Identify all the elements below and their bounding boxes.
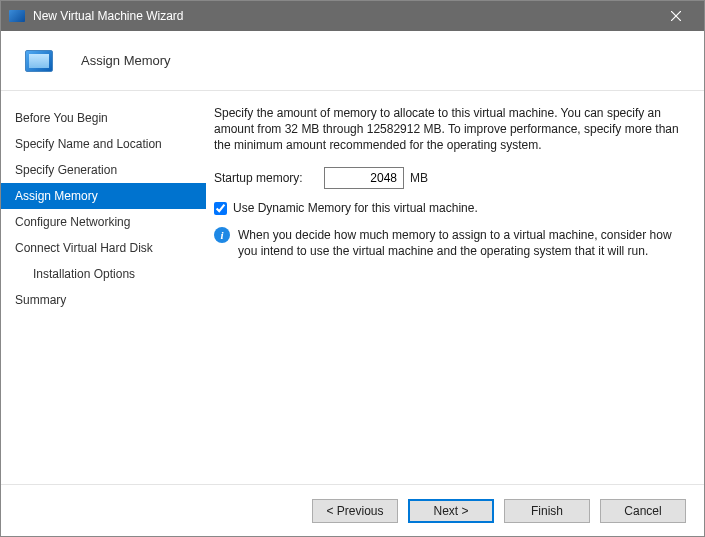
previous-button[interactable]: < Previous (312, 499, 398, 523)
dynamic-memory-label: Use Dynamic Memory for this virtual mach… (233, 201, 478, 215)
close-icon (671, 11, 681, 21)
window-title: New Virtual Machine Wizard (33, 9, 656, 23)
cancel-button[interactable]: Cancel (600, 499, 686, 523)
titlebar: New Virtual Machine Wizard (1, 1, 704, 31)
close-button[interactable] (656, 1, 696, 31)
nav-summary[interactable]: Summary (1, 287, 206, 313)
nav-configure-networking[interactable]: Configure Networking (1, 209, 206, 235)
wizard-steps-nav: Before You Begin Specify Name and Locati… (1, 91, 206, 484)
page-title: Assign Memory (81, 53, 171, 68)
dynamic-memory-checkbox[interactable] (214, 202, 227, 215)
content-pane: Specify the amount of memory to allocate… (206, 91, 704, 484)
info-text: When you decide how much memory to assig… (238, 227, 686, 259)
finish-button[interactable]: Finish (504, 499, 590, 523)
nav-installation-options[interactable]: Installation Options (1, 261, 206, 287)
nav-connect-vhd[interactable]: Connect Virtual Hard Disk (1, 235, 206, 261)
dynamic-memory-row: Use Dynamic Memory for this virtual mach… (214, 201, 686, 215)
info-row: i When you decide how much memory to ass… (214, 227, 686, 259)
monitor-icon (25, 50, 53, 72)
footer: < Previous Next > Finish Cancel (1, 484, 704, 536)
info-icon: i (214, 227, 230, 243)
header: Assign Memory (1, 31, 704, 91)
next-button[interactable]: Next > (408, 499, 494, 523)
nav-before-you-begin[interactable]: Before You Begin (1, 105, 206, 131)
app-icon (9, 10, 25, 22)
startup-memory-label: Startup memory: (214, 171, 324, 185)
startup-memory-input[interactable] (324, 167, 404, 189)
description-text: Specify the amount of memory to allocate… (214, 105, 686, 153)
startup-memory-row: Startup memory: MB (214, 167, 686, 189)
memory-unit: MB (410, 171, 428, 185)
nav-specify-name-location[interactable]: Specify Name and Location (1, 131, 206, 157)
nav-specify-generation[interactable]: Specify Generation (1, 157, 206, 183)
wizard-window: New Virtual Machine Wizard Assign Memory… (0, 0, 705, 537)
body: Before You Begin Specify Name and Locati… (1, 91, 704, 484)
nav-assign-memory[interactable]: Assign Memory (1, 183, 206, 209)
